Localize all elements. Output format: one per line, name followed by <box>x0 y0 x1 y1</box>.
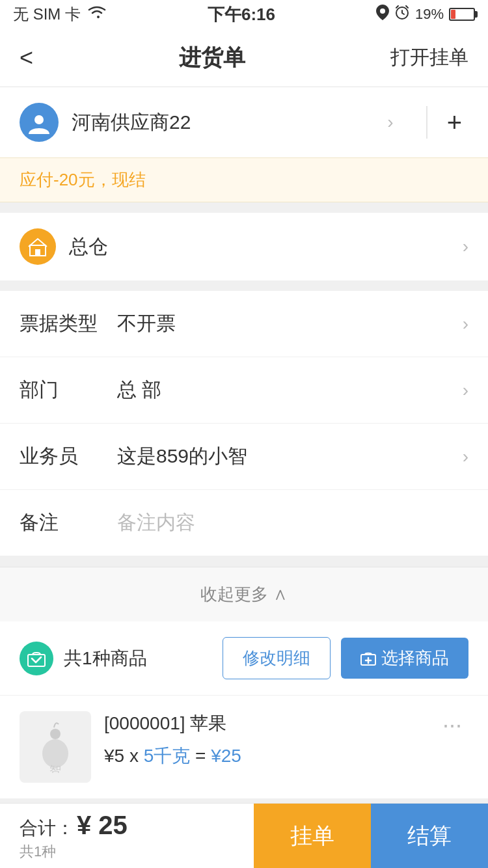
supplier-row[interactable]: 河南供应商22 › + <box>0 87 488 157</box>
carrier-text: 无 SIM 卡 <box>13 4 81 25</box>
svg-point-0 <box>380 8 385 14</box>
battery-percentage: 19% <box>415 6 444 23</box>
products-section: 共1种商品 修改明细 选择商品 智 <box>0 621 488 799</box>
supplier-avatar <box>20 103 59 142</box>
remark-placeholder: 备注内容 <box>117 509 468 536</box>
open-pending-button[interactable]: 打开挂单 <box>390 44 468 71</box>
invoice-row[interactable]: 票据类型 不开票 › <box>0 291 488 357</box>
warning-text: 应付-20元，现结 <box>20 170 146 189</box>
department-chevron-icon: › <box>463 380 468 401</box>
collapse-label: 收起更多 ∧ <box>200 583 287 606</box>
product-unit-price: ¥5 <box>104 746 124 766</box>
nav-bar: < 进货单 打开挂单 <box>0 29 488 87</box>
bottom-bar: 合计： ¥ 25 共1种 挂单 结算 <box>0 803 488 868</box>
modify-detail-button[interactable]: 修改明细 <box>223 637 331 679</box>
back-button[interactable]: < <box>20 44 33 72</box>
department-label: 部门 <box>20 377 117 403</box>
product-total: ¥25 <box>211 746 241 766</box>
svg-text:智: 智 <box>49 764 61 773</box>
total-sub: 共1种 <box>20 842 234 861</box>
total-label: 合计： <box>20 816 74 841</box>
select-product-button[interactable]: 选择商品 <box>341 638 468 679</box>
location-icon <box>376 5 389 24</box>
form-section: 票据类型 不开票 › 部门 总 部 › 业务员 这是859的小智 › 备注 备注… <box>0 291 488 556</box>
product-info: [0000001] 苹果 ¥5 x 5千克 = ¥25 <box>104 711 436 768</box>
svg-rect-5 <box>28 655 45 666</box>
product-price: ¥5 x 5千克 = ¥25 <box>104 744 436 768</box>
svg-point-7 <box>50 729 61 739</box>
product-item: 智 [0000001] 苹果 ¥5 x 5千克 = ¥25 ··· <box>0 696 488 799</box>
battery-icon <box>449 8 475 21</box>
product-quantity: 5千克 <box>144 746 191 766</box>
sales-chevron-icon: › <box>463 446 468 467</box>
products-count: 共1种商品 <box>64 646 223 671</box>
sales-label: 业务员 <box>20 443 117 470</box>
remark-row[interactable]: 备注 备注内容 <box>0 490 488 556</box>
content: 河南供应商22 › + 应付-20元，现结 总仓 › 票据类型 不开票 <box>0 87 488 864</box>
supplier-chevron-icon: › <box>387 112 393 133</box>
status-indicators: 19% <box>376 5 475 24</box>
invoice-chevron-icon: › <box>463 314 468 334</box>
svg-rect-4 <box>35 249 40 256</box>
alarm-icon <box>394 5 410 24</box>
status-carrier: 无 SIM 卡 <box>13 4 107 25</box>
warehouse-row[interactable]: 总仓 › <box>0 213 488 280</box>
remark-label: 备注 <box>20 509 117 536</box>
department-row[interactable]: 部门 总 部 › <box>0 357 488 424</box>
warehouse-icon <box>20 228 56 265</box>
supplier-section: 河南供应商22 › + 应付-20元，现结 <box>0 87 488 202</box>
page-title: 进货单 <box>179 43 245 73</box>
total-amount: ¥ 25 <box>77 811 128 840</box>
products-header: 共1种商品 修改明细 选择商品 <box>0 621 488 696</box>
invoice-label: 票据类型 <box>20 310 117 337</box>
supplier-add-button[interactable]: + <box>441 108 468 137</box>
product-equals: = <box>195 746 211 766</box>
products-icon <box>20 642 53 675</box>
warning-banner: 应付-20元，现结 <box>0 157 488 202</box>
hang-order-button[interactable]: 挂单 <box>254 804 371 868</box>
supplier-name: 河南供应商22 <box>72 109 387 136</box>
product-code: [0000001] <box>104 713 185 733</box>
status-time: 下午6:16 <box>208 3 275 26</box>
warehouse-name: 总仓 <box>69 234 463 260</box>
settle-button[interactable]: 结算 <box>371 804 488 868</box>
department-value: 总 部 <box>117 377 463 403</box>
supplier-divider <box>426 106 427 139</box>
warehouse-section: 总仓 › <box>0 213 488 280</box>
warehouse-chevron-icon: › <box>463 236 468 257</box>
product-thumbnail: 智 <box>20 711 91 783</box>
product-name: [0000001] 苹果 <box>104 711 436 736</box>
sales-value: 这是859的小智 <box>117 443 463 470</box>
sales-row[interactable]: 业务员 这是859的小智 › <box>0 424 488 490</box>
collapse-row[interactable]: 收起更多 ∧ <box>0 567 488 621</box>
product-more-button[interactable]: ··· <box>436 711 468 739</box>
bottom-total: 合计： ¥ 25 共1种 <box>0 804 254 868</box>
svg-point-2 <box>34 115 44 124</box>
product-title: 苹果 <box>190 713 226 733</box>
product-multiply: x <box>129 746 144 766</box>
select-product-label: 选择商品 <box>381 647 449 670</box>
status-bar: 无 SIM 卡 下午6:16 19% <box>0 0 488 29</box>
invoice-value: 不开票 <box>117 310 463 337</box>
wifi-icon <box>87 5 107 23</box>
